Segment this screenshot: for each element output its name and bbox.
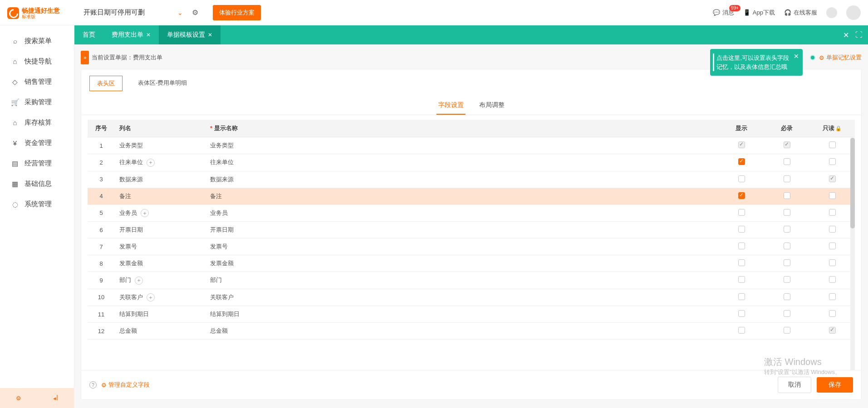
table-row[interactable]: 3数据来源数据来源: [88, 171, 855, 188]
cell-disp[interactable]: 开票日期: [206, 222, 719, 238]
checkbox[interactable]: [784, 175, 790, 182]
cell-disp[interactable]: 总金额: [206, 323, 719, 340]
checkbox[interactable]: [738, 276, 745, 283]
mid-tab-fields[interactable]: 字段设置: [436, 97, 466, 115]
cell-disp[interactable]: 关联客户: [206, 289, 719, 306]
checkbox[interactable]: [784, 276, 790, 283]
checkbox[interactable]: [784, 226, 790, 233]
sidebar-item[interactable]: ⌂快捷导航: [0, 51, 74, 72]
cell-disp[interactable]: 业务类型: [206, 137, 719, 154]
checkbox[interactable]: [829, 175, 836, 182]
table-row[interactable]: 6开票日期开票日期: [88, 222, 855, 238]
help-icon[interactable]: ?: [89, 381, 97, 389]
checkbox[interactable]: [738, 226, 745, 233]
cell-disp[interactable]: 往来单位: [206, 154, 719, 171]
tab[interactable]: 费用支出单✕: [103, 25, 159, 44]
workspace-title[interactable]: 开账日期可停用可删: [83, 8, 145, 17]
close-all-tabs-icon[interactable]: ✕: [843, 31, 849, 39]
checkbox[interactable]: [784, 192, 790, 199]
settings-icon[interactable]: ⚙: [16, 395, 21, 402]
cell-disp[interactable]: 部门: [206, 272, 719, 289]
table-row[interactable]: 12总金额总金额: [88, 323, 855, 340]
checkbox[interactable]: [784, 259, 790, 266]
cell-disp[interactable]: 发票号: [206, 238, 719, 255]
add-icon[interactable]: ＋: [135, 277, 143, 285]
checkbox[interactable]: [738, 175, 745, 182]
checkbox[interactable]: [738, 327, 745, 334]
checkbox[interactable]: [829, 327, 836, 334]
checkbox[interactable]: [738, 158, 745, 165]
table-row[interactable]: 7发票号发票号: [88, 238, 855, 255]
checkbox[interactable]: [784, 310, 790, 317]
cell-disp[interactable]: 业务员: [206, 204, 719, 222]
close-tab-icon[interactable]: ✕: [208, 32, 212, 38]
avatar-small[interactable]: [826, 7, 837, 18]
checkbox[interactable]: [738, 141, 745, 148]
checkbox[interactable]: [784, 243, 790, 249]
table-row[interactable]: 10关联客户＋关联客户: [88, 289, 855, 306]
checkbox[interactable]: [829, 209, 836, 216]
table-row[interactable]: 4备注备注: [88, 188, 855, 204]
cell-disp[interactable]: 发票金额: [206, 255, 719, 272]
fullscreen-icon[interactable]: ⛶: [855, 31, 863, 39]
memory-settings-link[interactable]: ⚙ 单据记忆设置: [811, 53, 862, 62]
add-icon[interactable]: ＋: [141, 209, 149, 217]
close-tab-icon[interactable]: ✕: [146, 32, 151, 38]
checkbox[interactable]: [784, 327, 790, 334]
checkbox[interactable]: [829, 192, 836, 199]
checkbox[interactable]: [738, 243, 745, 249]
add-icon[interactable]: ＋: [147, 293, 155, 301]
save-button[interactable]: 保存: [817, 377, 853, 393]
collapse-icon[interactable]: ◂ꟾ: [53, 395, 58, 402]
cancel-button[interactable]: 取消: [778, 377, 811, 393]
sidebar-item[interactable]: ¥资金管理: [0, 133, 74, 153]
cell-disp[interactable]: 数据来源: [206, 171, 719, 188]
checkbox[interactable]: [829, 141, 836, 148]
checkbox[interactable]: [829, 226, 836, 233]
checkbox[interactable]: [829, 243, 836, 249]
manage-custom-fields-link[interactable]: ⚙ 管理自定义字段: [101, 381, 150, 389]
checkbox[interactable]: [784, 209, 790, 216]
checkbox[interactable]: [829, 259, 836, 266]
zone-tab-header[interactable]: 表头区: [89, 76, 123, 91]
checkbox[interactable]: [829, 293, 836, 300]
table-row[interactable]: 1业务类型业务类型: [88, 137, 855, 154]
checkbox[interactable]: [738, 192, 745, 199]
tab[interactable]: 首页: [74, 25, 103, 44]
messages-link[interactable]: 💬 消息 99+: [713, 9, 734, 17]
tab[interactable]: 单据模板设置✕: [159, 25, 221, 44]
table-row[interactable]: 5业务员＋业务员: [88, 204, 855, 222]
logo[interactable]: 畅捷通好生意 标准版: [7, 6, 74, 19]
mid-tab-layout[interactable]: 布局调整: [477, 97, 506, 115]
add-icon[interactable]: ＋: [147, 159, 155, 167]
gear-icon[interactable]: ⚙: [192, 8, 198, 17]
sidebar-item[interactable]: ◇销售管理: [0, 72, 74, 92]
sidebar-item[interactable]: ⌂库存核算: [0, 112, 74, 133]
table-row[interactable]: 2往来单位＋往来单位: [88, 154, 855, 171]
promo-button[interactable]: 体验行业方案: [213, 5, 261, 20]
table-row[interactable]: 11结算到期日结算到期日: [88, 306, 855, 323]
zone-tab-body[interactable]: 表体区-费用单明细: [131, 76, 194, 91]
checkbox[interactable]: [738, 293, 745, 300]
app-download-link[interactable]: 📱 App下载: [743, 9, 775, 17]
close-hint-icon[interactable]: ✕: [794, 52, 799, 61]
checkbox[interactable]: [784, 293, 790, 300]
table-row[interactable]: 9部门＋部门: [88, 272, 855, 289]
sidebar-item[interactable]: 🛒采购管理: [0, 92, 74, 112]
checkbox[interactable]: [738, 259, 745, 266]
table-row[interactable]: 8发票金额发票金额: [88, 255, 855, 272]
cell-disp[interactable]: 备注: [206, 188, 719, 204]
checkbox[interactable]: [829, 276, 836, 283]
checkbox[interactable]: [784, 158, 790, 165]
checkbox[interactable]: [829, 310, 836, 317]
sidebar-item[interactable]: ◌系统管理: [0, 194, 74, 214]
checkbox[interactable]: [829, 158, 836, 165]
expand-icon[interactable]: »: [81, 51, 89, 64]
checkbox[interactable]: [738, 310, 745, 317]
checkbox[interactable]: [738, 209, 745, 216]
sidebar-item[interactable]: ▤经营管理: [0, 153, 74, 174]
avatar[interactable]: [846, 5, 861, 20]
checkbox[interactable]: [784, 141, 790, 148]
chevron-down-icon[interactable]: ⌄: [177, 9, 183, 16]
customer-service-link[interactable]: 🎧 在线客服: [784, 9, 817, 17]
